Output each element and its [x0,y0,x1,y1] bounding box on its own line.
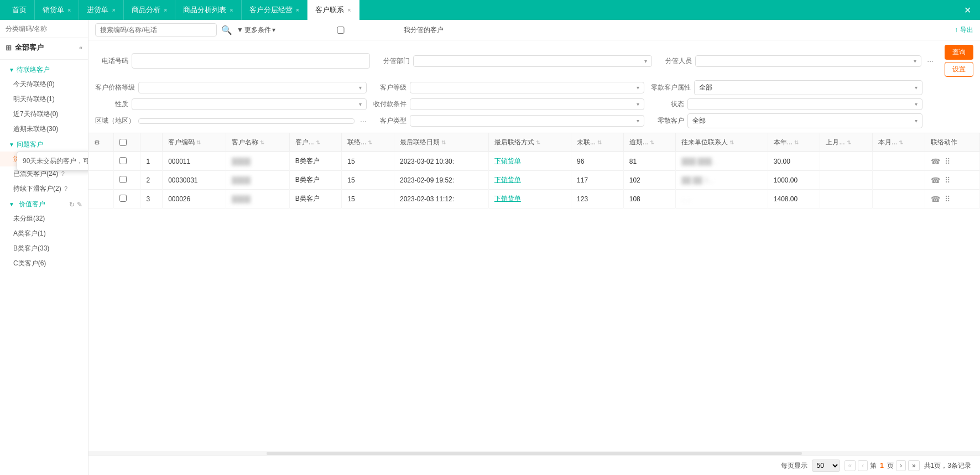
prev-page-button[interactable]: ‹ [858,460,868,471]
payment-label: 收付款条件 [373,100,406,109]
tab-customer-layer-close[interactable]: × [296,7,299,13]
th-this-month[interactable]: 本月...⇅ [873,133,925,152]
top-nav: 首页 销货单 × 进货单 × 商品分析 × 商品分析列表 × 客户分层经营 × … [0,0,980,20]
th-unit-contact[interactable]: 往来单位联系人⇅ [676,133,768,152]
method-link-0[interactable]: 下销货单 [494,157,521,165]
sort-icon-this-month: ⇅ [899,139,903,145]
settings-button[interactable]: 设置 [945,62,973,77]
nature-select[interactable]: ▾ [132,98,367,110]
th-code[interactable]: 客户编码⇅ [163,133,226,152]
sidebar-item-declining[interactable]: 持续下滑客户(2) ? [0,181,88,196]
td-method-1[interactable]: 下销货单 [488,171,571,190]
price-level-select[interactable]: ▾ [138,82,367,93]
action-contact-2[interactable]: ☎ [931,195,940,203]
sidebar-all-customers[interactable]: ⊞ 全部客户 « [0,38,88,57]
method-link-2[interactable]: 下销货单 [494,195,521,202]
export-button[interactable]: ↑ 导出 [955,25,973,35]
tab-sales-close[interactable]: × [67,7,71,13]
region-select[interactable] [138,118,355,124]
tab-customer-contact[interactable]: 客户联系 × [307,0,359,20]
person-dots[interactable]: ··· [927,56,934,65]
select-all-checkbox[interactable] [119,139,127,146]
tab-purchase-close[interactable]: × [112,7,115,13]
sidebar-item-tomorrow-pending[interactable]: 明天待联络(1) [0,92,88,107]
sidebar-item-c-class[interactable]: C类客户(6) [0,256,88,271]
last-page-button[interactable]: » [908,460,920,471]
first-page-button[interactable]: « [845,460,856,471]
row-checkbox-1[interactable] [119,176,127,183]
search-button[interactable]: 🔍 [221,25,232,35]
td-method-0[interactable]: 下销货单 [488,152,571,171]
dept-select[interactable]: ▾ [413,55,651,67]
row-checkbox-0[interactable] [119,157,127,164]
scrollbar-track[interactable] [267,452,801,455]
th-last-method[interactable]: 最后联络方式⇅ [488,133,571,152]
td-no-contact-1: 117 [571,171,624,190]
sidebar-item-ungroup[interactable]: 未分组(32) [0,211,88,226]
filter-payment: 收付款条件 ▾ [373,98,645,110]
row-checkbox-2[interactable] [119,195,127,202]
action-contact-0[interactable]: ☎ [931,157,940,166]
sidebar-group-value[interactable]: ▼ 价值客户 ↻ ✎ [0,196,88,211]
window-close-button[interactable]: ✕ [960,5,976,15]
tab-product-analysis-close[interactable]: × [164,7,167,13]
tab-customer-contact-close[interactable]: × [347,7,351,13]
tab-home[interactable]: 首页 [4,0,35,20]
th-settings[interactable]: ⚙ [88,133,113,152]
status-select[interactable]: ▾ [687,98,922,110]
action-more-2[interactable]: ⠿ [945,195,950,203]
retail-select[interactable]: 全部 ▾ [687,113,922,128]
tab-sales[interactable]: 销货单 × [35,0,79,20]
tab-product-list[interactable]: 商品分析列表 × [175,0,241,20]
sidebar-group-problem[interactable]: ▼ 问题客户 [0,137,88,152]
sidebar-item-today-pending[interactable]: 今天待联络(0) [0,77,88,92]
th-type[interactable]: 客户...⇅ [289,133,342,152]
region-dots[interactable]: ··· [360,117,367,126]
sidebar-search-input[interactable] [6,25,88,33]
th-name[interactable]: 客户名称⇅ [226,133,289,152]
method-link-1[interactable]: 下销货单 [494,176,521,184]
sidebar-item-b-class[interactable]: B类客户(33) [0,241,88,256]
filter-icon: ▼ [237,26,243,34]
action-more-0[interactable]: ⠿ [945,157,950,166]
sidebar-item-a-class[interactable]: A类客户(1) [0,226,88,241]
more-conditions-button[interactable]: ▼ 更多条件 ▾ [237,25,275,35]
zero-attr-select[interactable]: 全部 ▾ [694,80,922,95]
my-customers-checkbox-label[interactable]: 我分管的客户 [280,25,444,35]
horizontal-scrollbar[interactable] [88,451,980,456]
sidebar-collapse-icon[interactable]: « [79,44,82,51]
phone-input[interactable] [132,53,370,69]
edit-icon[interactable]: ✎ [77,201,82,208]
sidebar-item-week-pending[interactable]: 近7天待联络(0) [0,107,88,122]
sidebar-item-overdue-contact[interactable]: 逾期未联络(30) [0,122,88,137]
tab-customer-layer[interactable]: 客户分层经营 × [242,0,307,20]
customer-type-select[interactable]: ▾ [410,115,645,127]
my-customers-checkbox[interactable] [280,27,402,34]
next-page-button[interactable]: › [896,460,906,471]
tab-purchase[interactable]: 进货单 × [79,0,123,20]
th-last-date[interactable]: 最后联络日期⇅ [394,133,489,152]
tab-product-list-close[interactable]: × [230,7,233,13]
th-contact[interactable]: 联络...⇅ [342,133,394,152]
sidebar-group-pending[interactable]: ▼ 待联络客户 [0,62,88,77]
filter-person: 分管人员 ▾ ··· [659,55,934,67]
tab-product-analysis[interactable]: 商品分析 × [124,0,175,20]
per-page-select[interactable]: 50 100 200 [812,460,840,472]
person-label: 分管人员 [659,56,692,66]
th-no-contact[interactable]: 未联...⇅ [571,133,624,152]
th-overdue[interactable]: 逾期...⇅ [623,133,676,152]
td-date-2: 2023-02-03 11:12: [394,190,489,208]
th-this-year[interactable]: 本年...⇅ [768,133,820,152]
query-button[interactable]: 查询 [945,45,973,60]
customer-level-select[interactable]: ▾ [410,82,645,93]
search-input[interactable] [95,23,217,36]
person-select[interactable]: ▾ [695,55,922,67]
content-area: 🔍 ▼ 更多条件 ▾ 我分管的客户 ↑ 导出 电话号码 [88,20,980,475]
action-more-1[interactable]: ⠿ [945,176,950,185]
payment-select[interactable]: ▾ [410,98,645,110]
refresh-icon[interactable]: ↻ [69,201,75,208]
td-method-2[interactable]: 下销货单 [488,190,571,208]
filter-status: 状态 ▾ [651,98,922,110]
th-last-month[interactable]: 上月...⇅ [820,133,873,152]
action-contact-1[interactable]: ☎ [931,176,940,185]
